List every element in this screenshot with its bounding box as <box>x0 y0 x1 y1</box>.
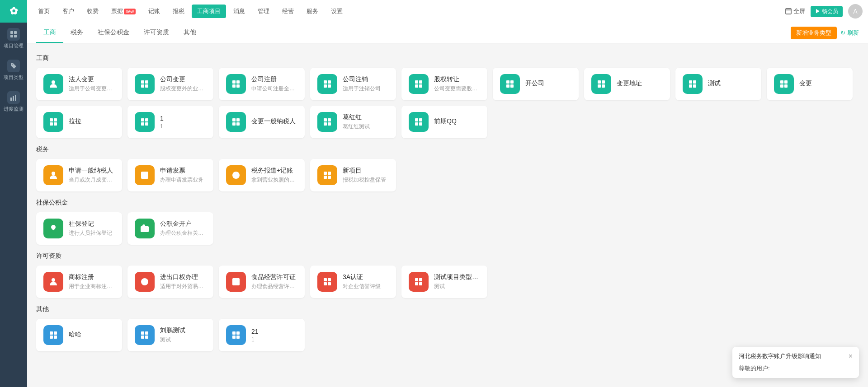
nav-bizproject[interactable]: 工商项目 <box>192 5 226 18</box>
svg-rect-52 <box>236 122 240 126</box>
card-info-twentyone: 21 1 <box>251 328 297 343</box>
svg-rect-62 <box>141 172 148 179</box>
svg-rect-3 <box>14 35 17 37</box>
card-icon-social-register <box>43 219 63 238</box>
card-test-type[interactable]: 测试项目类型自定义 测试 <box>401 266 487 298</box>
svg-rect-96 <box>236 336 240 339</box>
card-icon-new-project <box>317 165 337 185</box>
card-apply-invoice[interactable]: 申请发票 办理申请发票业务 <box>127 159 213 191</box>
card-tax-report[interactable]: 税务报道+记账 拿到营业执照的新公司 <box>219 159 305 191</box>
card-info-one: 1 1 <box>160 115 206 130</box>
tab-other[interactable]: 其他 <box>176 23 203 43</box>
nav-management[interactable]: 管理 <box>252 5 275 18</box>
card-qianqi[interactable]: 前期QQ <box>401 106 487 138</box>
card-icon-open-company <box>500 74 520 94</box>
card-lala[interactable]: 拉拉 <box>36 106 122 138</box>
svg-rect-11 <box>141 84 144 88</box>
card-change-tax[interactable]: 变更一般纳税人 <box>219 106 305 138</box>
nav-clients[interactable]: 客户 <box>57 5 80 18</box>
card-desc: 办理申请发票业务 <box>160 176 206 184</box>
refresh-button[interactable]: ↻刷新 <box>840 29 859 37</box>
svg-rect-16 <box>236 84 240 88</box>
svg-rect-82 <box>419 278 422 281</box>
card-change-address[interactable]: 变更地址 <box>584 68 670 100</box>
nav-billing[interactable]: 收费 <box>81 5 104 18</box>
avatar[interactable]: A <box>848 4 863 19</box>
svg-rect-19 <box>324 84 327 88</box>
card-company-register[interactable]: 公司注册 申请公司注册全流程 <box>219 68 305 100</box>
svg-rect-59 <box>415 122 418 126</box>
card-desc: 公司变更需要股权转让 <box>434 85 480 93</box>
section-title-shebao: 社保公积金 <box>36 199 859 207</box>
card-social-register[interactable]: 社保登记 进行人员社保登记 <box>36 212 122 245</box>
card-apply-tax[interactable]: 申请一般纳税人 当月或次月成变更完成 <box>36 159 122 191</box>
card-3a-cert[interactable]: 3A认证 对企业信誉评级 <box>310 266 396 298</box>
notification-close-button[interactable]: × <box>849 352 853 360</box>
tab-gongshang[interactable]: 工商 <box>36 23 63 43</box>
card-one[interactable]: 1 1 <box>127 106 213 138</box>
card-info-open-company: 开公司 <box>525 79 571 89</box>
card-haha[interactable]: 哈哈 <box>36 319 122 351</box>
card-open-company[interactable]: 开公司 <box>493 68 579 100</box>
sidebar-logo[interactable]: ✿ <box>0 0 27 23</box>
svg-rect-10 <box>145 80 148 84</box>
card-change2[interactable]: 变更 <box>767 68 853 100</box>
card-food-license[interactable]: 食品经营许可证 办理食品经营许可证 <box>219 266 305 298</box>
sidebar-item-progress-monitor[interactable]: 进度监测 <box>0 86 27 117</box>
card-info-trademark: 商标注册 用于企业商标注册服务 <box>69 273 115 290</box>
card-import-export[interactable]: 进出口权办理 适用于对外贸易经营者 <box>127 266 213 298</box>
tab-license[interactable]: 许可资质 <box>137 23 176 43</box>
nav-messages[interactable]: 消息 <box>228 5 250 18</box>
card-equity-transfer[interactable]: 股权转让 公司变更需要股权转让 <box>401 68 487 100</box>
svg-rect-28 <box>510 84 514 88</box>
card-legal-change[interactable]: 法人变更 适用于公司变更法人 <box>36 68 122 100</box>
card-test[interactable]: 测试 <box>675 68 761 100</box>
new-type-button[interactable]: 新增业务类型 <box>791 27 837 39</box>
nav-home[interactable]: 首页 <box>33 5 55 18</box>
card-trademark[interactable]: 商标注册 用于企业商标注册服务 <box>36 266 122 298</box>
svg-rect-32 <box>602 84 605 88</box>
svg-rect-21 <box>415 80 418 84</box>
card-info-3a-cert: 3A认证 对企业信誉评级 <box>343 273 389 290</box>
svg-rect-94 <box>236 331 240 335</box>
card-icon-3a-cert <box>317 272 337 292</box>
card-icon-legal-change <box>43 74 63 94</box>
member-button[interactable]: ▶ 畅会员 <box>811 6 843 17</box>
svg-rect-51 <box>232 122 236 126</box>
svg-rect-41 <box>50 118 53 121</box>
svg-rect-91 <box>141 336 144 339</box>
card-desc: 股权变更外的业务变更 <box>160 85 206 93</box>
card-icon-one <box>135 112 155 132</box>
tab-shebao[interactable]: 社保公积金 <box>90 23 137 43</box>
section-title-gongshang: 工商 <box>36 54 859 62</box>
card-icon-test-type <box>409 272 429 292</box>
notification-header: 河北税务数字账户升级影响通知 × <box>739 352 853 360</box>
card-company-change[interactable]: 公司变更 股权变更外的业务变更 <box>127 68 213 100</box>
tab-tax[interactable]: 税务 <box>63 23 90 43</box>
license-cards-grid: 商标注册 用于企业商标注册服务 进出口权办理 适用于对外贸易经营者 <box>36 266 859 298</box>
fullscreen-btn[interactable]: 全屏 <box>785 7 805 15</box>
nav-tax[interactable]: 报税 <box>167 5 190 18</box>
svg-rect-69 <box>328 176 331 179</box>
card-new-project[interactable]: 新项目 报税加税控盘保管 <box>310 159 396 191</box>
card-icon-company-cancel <box>317 74 337 94</box>
nav-settings[interactable]: 设置 <box>326 5 348 18</box>
card-fund-open[interactable]: 公积金开户 办理公积金相关业务 <box>127 212 213 245</box>
shebao-cards-grid: 社保登记 进行人员社保登记 公积金开户 办理公积金相关业务 <box>36 212 859 245</box>
card-title: 变更一般纳税人 <box>251 117 297 126</box>
tax-cards-grid: 申请一般纳税人 当月或次月成变更完成 申请发票 办理申请发票业务 <box>36 159 859 191</box>
nav-service[interactable]: 服务 <box>301 5 324 18</box>
card-title: 哈哈 <box>69 331 115 339</box>
sidebar-item-project-type[interactable]: 项目类型 <box>0 54 27 86</box>
svg-rect-13 <box>232 80 236 84</box>
card-twentyone[interactable]: 21 1 <box>219 319 305 351</box>
nav-tickets[interactable]: 票据new <box>106 5 141 18</box>
sidebar-item-project-mgmt[interactable]: 项目管理 <box>0 23 27 54</box>
card-liupeng-test[interactable]: 刘鹏测试 测试 <box>127 319 213 351</box>
card-info-change-address: 变更地址 <box>617 79 663 89</box>
card-muhong[interactable]: 葛红红 葛红红测试 <box>310 106 396 138</box>
nav-operation[interactable]: 经营 <box>277 5 299 18</box>
card-company-cancel[interactable]: 公司注销 适用于注销公司 <box>310 68 396 100</box>
nav-bookkeeping[interactable]: 记账 <box>143 5 165 18</box>
card-info-legal-change: 法人变更 适用于公司变更法人 <box>69 75 115 93</box>
